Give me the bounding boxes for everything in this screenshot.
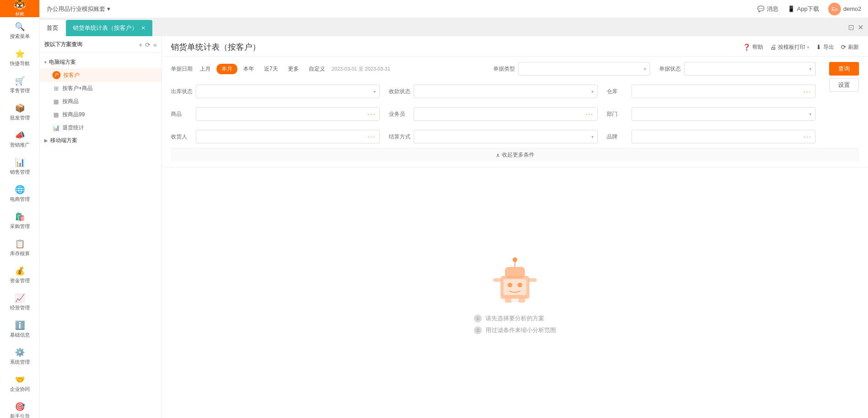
search-menu-icon: 🔍 <box>15 22 25 32</box>
sales-stat-tab-label: 销货单统计表（按客户） <box>73 24 137 32</box>
sidebar-item-finance[interactable]: 💰 资金管理 <box>0 261 39 289</box>
help-button[interactable]: ❓ 帮助 <box>743 43 763 51</box>
sidebar-item-sales_mgmt[interactable]: 📊 销售管理 <box>0 153 39 180</box>
sidebar-item-retail_mgmt[interactable]: 🛒 零售管理 <box>0 71 39 99</box>
dept-arrow-icon: ▾ <box>809 112 811 117</box>
scheme-item-by-product-label: 按商品 <box>62 98 79 105</box>
app-download-button[interactable]: 📱 App下载 <box>788 5 819 13</box>
date-tab-more[interactable]: 更多 <box>284 63 303 75</box>
sidebar-item-purchase[interactable]: 🛍️ 采购管理 <box>0 207 39 234</box>
payment-control[interactable]: ▾ <box>414 130 598 143</box>
sidebar-item-marketing[interactable]: 📣 营销推广 <box>0 126 39 153</box>
filter-buttons: 查询 设置 <box>829 62 859 92</box>
product-control[interactable]: ··· <box>196 107 380 121</box>
by-customer-icon: 户 <box>52 71 61 79</box>
empty-illustration <box>488 251 542 305</box>
close-window-icon[interactable]: ✕ <box>858 23 863 32</box>
left-panel-header: 按以下方案查询 + ⟳ « <box>40 36 161 52</box>
logo-icon: 🐯 <box>14 0 26 10</box>
export-button[interactable]: ⬇ 导出 <box>816 43 834 51</box>
collapse-up-icon: ∧ <box>496 152 500 158</box>
tab-close-icon[interactable]: ✕ <box>141 25 146 31</box>
settings-button[interactable]: 设置 <box>829 78 859 92</box>
top-header: 办公用品行业模拟账套 ▾ 💬 消息 📱 App下载 Ea demo2 <box>40 0 868 18</box>
tabs-actions: ⊡ ✕ <box>844 18 868 36</box>
help-icon: ❓ <box>743 43 750 51</box>
dept-control[interactable]: ▾ <box>632 107 816 121</box>
scheme-item-by-customer-product-label: 按客户+商品 <box>62 85 93 92</box>
sidebar-item-enterprise[interactable]: 🤝 企业协同 <box>0 370 39 397</box>
sidebar-item-quick_nav[interactable]: ⭐ 快捷导航 <box>0 44 39 71</box>
consignee-control[interactable]: ··· <box>196 130 380 143</box>
brand-control[interactable]: ··· <box>632 130 816 143</box>
inventory-icon: 📋 <box>15 239 25 249</box>
sidebar-item-ecommerce[interactable]: 🌐 电商管理 <box>0 180 39 207</box>
template-print-button[interactable]: 🖨 按模板打印 ▾ <box>770 43 809 51</box>
doc-type-label: 单据类型 <box>493 65 518 73</box>
content-area: 按以下方案查询 + ⟳ « ▾ 电脑端方案 户 按客户 <box>40 36 868 418</box>
out-status-arrow-icon: ▾ <box>373 89 376 94</box>
message-button[interactable]: 💬 消息 <box>757 5 778 13</box>
sidebar-item-operations[interactable]: 📈 经营管理 <box>0 289 39 316</box>
tip-text-2: 用过滤条件来缩小分析范围 <box>486 326 556 334</box>
warehouse-label: 仓库 <box>607 88 632 95</box>
date-tab-this-month[interactable]: 本月 <box>217 64 237 74</box>
date-tab-last7[interactable]: 近7天 <box>260 63 282 75</box>
system-icon: ⚙️ <box>15 347 25 357</box>
date-tab-last-month[interactable]: 上月 <box>196 63 215 75</box>
date-tabs: 上月 本月 本年 近7天 更多 自定义 <box>196 63 329 75</box>
refresh-scheme-icon[interactable]: ⟳ <box>145 41 151 48</box>
sidebar-item-search_menu[interactable]: 🔍 搜索菜单 <box>0 17 39 44</box>
scheme-item-by_product99[interactable]: ▦ 按商品99 <box>40 108 161 121</box>
empty-tips: ① 请先选择要分析的方案 ② 用过滤条件来缩小分析范围 <box>474 314 556 334</box>
message-icon: 💬 <box>757 5 764 12</box>
scheme-item-by_customer_product[interactable]: ⊞ 按客户+商品 <box>40 82 161 95</box>
refresh-button[interactable]: ⟳ 刷新 <box>841 43 859 51</box>
user-menu[interactable]: Ea demo2 <box>828 3 861 15</box>
date-tab-custom[interactable]: 自定义 <box>305 63 329 75</box>
out-status-control[interactable]: ▾ <box>196 85 380 98</box>
tab-home[interactable]: 首页 <box>40 20 65 36</box>
payment-label: 结算方式 <box>389 133 414 141</box>
consignee-dots: ··· <box>368 133 376 140</box>
logo[interactable]: 🐯 标账 <box>0 0 40 17</box>
scheme-item-refund_stat[interactable]: 📊 退货统计 <box>40 121 161 134</box>
collapse-button[interactable]: ∧ 收起更多条件 <box>171 148 859 162</box>
breadcrumb-text: 办公用品行业模拟账套 <box>47 5 105 13</box>
doc-status-control[interactable]: ▾ <box>684 62 816 76</box>
query-button[interactable]: 查询 <box>829 62 859 76</box>
sidebar-item-inventory[interactable]: 📋 库存核算 <box>0 234 39 261</box>
mobile-group-header[interactable]: ▶ 移动端方案 <box>40 134 161 147</box>
filter-receipt-status: 收款状态 ▾ <box>389 85 598 98</box>
scheme-item-by_customer[interactable]: 户 按客户 <box>40 68 161 82</box>
filter-area: 单据日期 上月 本月 本年 近7天 更多 自定义 <box>162 57 868 167</box>
sidebar-item-system[interactable]: ⚙️ 系统管理 <box>0 343 39 370</box>
doc-type-control[interactable]: ▾ <box>518 62 650 76</box>
sidebar-item-new_user[interactable]: 🎯 新手引导 <box>0 397 39 418</box>
sidebar-item-wholesale_mgmt[interactable]: 📦 批发管理 <box>0 99 39 126</box>
receipt-status-label: 收款状态 <box>389 88 414 95</box>
restore-window-icon[interactable]: ⊡ <box>848 23 854 32</box>
avatar: Ea <box>828 3 841 15</box>
date-tab-this-year[interactable]: 本年 <box>239 63 258 75</box>
collapse-panel-icon[interactable]: « <box>153 41 157 48</box>
mobile-group-label: 移动端方案 <box>50 137 77 144</box>
empty-tip-1: ① 请先选择要分析的方案 <box>474 314 556 323</box>
sidebar-item-basic_info[interactable]: ℹ️ 基础信息 <box>0 316 39 343</box>
doc-type-arrow-icon: ▾ <box>644 66 646 71</box>
empty-state: ① 请先选择要分析的方案 ② 用过滤条件来缩小分析范围 <box>162 167 868 418</box>
filter-dept: 部门 ▾ <box>607 107 816 121</box>
desktop-group-header[interactable]: ▾ 电脑端方案 <box>40 56 161 68</box>
breadcrumb-arrow-icon: ▾ <box>107 5 110 12</box>
svg-rect-8 <box>493 278 501 282</box>
tab-sales-stat[interactable]: 销货单统计表（按客户） ✕ <box>66 20 152 36</box>
warehouse-control[interactable]: ··· <box>632 85 816 98</box>
scheme-item-by_product[interactable]: ▦ 按商品 <box>40 95 161 108</box>
receipt-status-control[interactable]: ▾ <box>414 85 598 98</box>
export-icon: ⬇ <box>816 43 821 51</box>
add-scheme-icon[interactable]: + <box>139 41 142 48</box>
staff-control[interactable]: ··· <box>414 107 598 121</box>
page-actions: ❓ 帮助 🖨 按模板打印 ▾ ⬇ 导出 ⟳ 刷新 <box>743 43 859 51</box>
breadcrumb-dropdown[interactable]: 办公用品行业模拟账套 ▾ <box>47 5 110 13</box>
finance-icon: 💰 <box>15 266 25 276</box>
